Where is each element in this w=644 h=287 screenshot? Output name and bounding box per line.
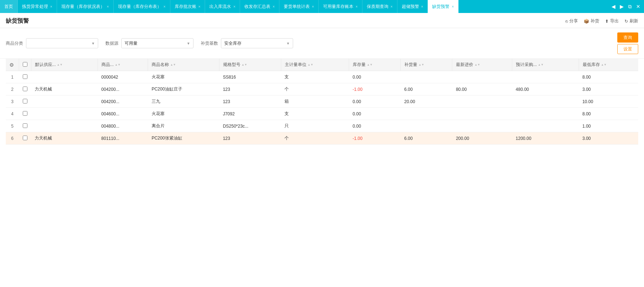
main-content: 缺货预警 ⎋分享📦补货⬆导出↻刷新 商品分类 ▼ 数据源 可用量 ▼ 补货基数 …	[0, 13, 644, 287]
nav-tab-close-8[interactable]: ×	[356, 5, 358, 9]
datasource-select[interactable]: 可用量 ▼	[121, 38, 193, 48]
nav-tab-label-4: 库存批次账	[175, 4, 196, 10]
min-stock-sort-icon[interactable]: ▲▼	[601, 63, 607, 66]
replenish-action-btn[interactable]: 📦补货	[584, 18, 599, 24]
replenish-sort-icon[interactable]: ▲▼	[418, 63, 424, 66]
code-cell-0: 0000042	[98, 71, 148, 83]
refresh-action-btn[interactable]: ↻刷新	[625, 18, 638, 24]
datasource-value: 可用量	[125, 40, 138, 47]
estimated-cell-3	[512, 108, 579, 120]
nav-tab-7[interactable]: 要货单统计表×	[279, 0, 319, 13]
row-checkbox-1[interactable]	[23, 87, 27, 91]
nav-tab-close-11[interactable]: ×	[452, 5, 454, 9]
nav-tab-10[interactable]: 超储预警×	[397, 0, 428, 13]
stock-sort-icon[interactable]: ▲▼	[367, 63, 373, 66]
table-row: 6力天机械801110...PC200张紧油缸123个-1.006.00200.…	[6, 132, 638, 145]
nav-tab-5[interactable]: 出入库流水×	[205, 0, 240, 13]
nav-tab-label-7: 要货单统计表	[284, 4, 310, 10]
unit-sort-icon[interactable]: ▲▼	[308, 63, 313, 66]
settings-button[interactable]: 设置	[617, 44, 638, 54]
estimated-sort-icon[interactable]: ▲▼	[538, 63, 544, 66]
row-checkbox-3[interactable]	[23, 111, 27, 116]
row-checkbox-0[interactable]	[23, 74, 27, 79]
category-filter-group: 商品分类 ▼	[6, 38, 98, 48]
nav-tab-label-9: 保质期查询	[367, 4, 388, 10]
nav-tab-6[interactable]: 收发存汇总表×	[240, 0, 279, 13]
estimated-cell-1: 480.00	[512, 83, 579, 96]
unit-cell-0: 支	[281, 71, 349, 83]
nav-tab-2[interactable]: 现存量（库存状况表）×	[57, 0, 114, 13]
nav-tab-close-1[interactable]: ×	[50, 5, 52, 9]
spec-sort-icon[interactable]: ▲▼	[242, 63, 247, 66]
spec-cell-1: 123	[219, 83, 281, 96]
nav-next-btn[interactable]: ▶	[618, 4, 626, 9]
unit-cell-5: 个	[281, 132, 349, 145]
nav-tab-0[interactable]: 首页	[0, 0, 18, 13]
col-product-code: 商品... ▲▼	[98, 59, 148, 71]
export-label: 导出	[610, 18, 619, 24]
min-stock-cell-1: 3.00	[579, 83, 638, 96]
nav-tab-4[interactable]: 库存批次账×	[170, 0, 205, 13]
nav-tab-9[interactable]: 保质期查询×	[362, 0, 397, 13]
select-all-checkbox[interactable]	[23, 62, 27, 67]
replenish-base-select[interactable]: 安全库存 ▼	[221, 38, 293, 48]
stock-cell-1: -1.00	[349, 83, 401, 96]
nav-tab-label-2: 现存量（库存状况表）	[61, 4, 105, 10]
category-select[interactable]: ▼	[26, 38, 98, 48]
nav-tab-close-7[interactable]: ×	[312, 5, 314, 9]
nav-tab-label-6: 收发存汇总表	[244, 4, 270, 10]
price-cell-5: 200.00	[452, 132, 512, 145]
nav-tab-11[interactable]: 缺货预警×	[428, 0, 458, 13]
nav-tab-close-5[interactable]: ×	[233, 5, 235, 9]
row-checkbox-5[interactable]	[23, 136, 27, 140]
supplier-cell-5: 力天机械	[31, 132, 98, 145]
page-header: 缺货预警 ⎋分享📦补货⬆导出↻刷新	[0, 13, 644, 28]
nav-prev-btn[interactable]: ◀	[609, 4, 618, 9]
spec-cell-4: DS250*23c...	[219, 120, 281, 132]
code-cell-4: 004800...	[98, 120, 148, 132]
filter-bar: 商品分类 ▼ 数据源 可用量 ▼ 补货基数 安全库存 ▼ 查询 设置	[0, 28, 644, 59]
nav-tab-label-3: 现存量（库存分布表）	[118, 4, 161, 10]
datasource-arrow-icon: ▼	[187, 41, 190, 45]
col-settings: ⚙	[6, 59, 19, 71]
query-button[interactable]: 查询	[617, 32, 638, 43]
stock-cell-3: 0.00	[349, 108, 401, 120]
min-stock-cell-4: 1.00	[579, 120, 638, 132]
nav-tab-1[interactable]: 拣货异常处理×	[18, 0, 57, 13]
nav-tab-close-4[interactable]: ×	[199, 5, 201, 9]
nav-restore-btn[interactable]: ⧉	[626, 4, 634, 10]
nav-close-btn[interactable]: ✕	[634, 4, 643, 9]
row-checkbox-2[interactable]	[23, 99, 27, 103]
table-row: 2力天机械004200...PC200油缸庄子123个-1.006.0080.0…	[6, 83, 638, 96]
replenish-base-filter-group: 补货基数 安全库存 ▼	[201, 38, 293, 48]
datasource-filter-group: 数据源 可用量 ▼	[105, 38, 193, 48]
replenish-cell-1: 6.00	[401, 83, 452, 96]
price-sort-icon[interactable]: ▲▼	[474, 63, 480, 66]
col-product-name: 商品名称 ▲▼	[148, 59, 219, 71]
name-cell-0: 火花塞	[148, 71, 219, 83]
nav-tab-8[interactable]: 可用量库存账本×	[319, 0, 362, 13]
row-num-4: 5	[6, 120, 19, 132]
code-sort-icon[interactable]: ▲▼	[115, 63, 121, 66]
nav-tab-label-1: 拣货异常处理	[22, 4, 48, 10]
name-sort-icon[interactable]: ▲▼	[170, 63, 176, 66]
nav-tab-close-10[interactable]: ×	[421, 5, 423, 9]
nav-tab-3[interactable]: 现存量（库存分布表）×	[114, 0, 170, 13]
export-action-btn[interactable]: ⬆导出	[605, 18, 619, 24]
nav-tab-close-9[interactable]: ×	[391, 5, 393, 9]
settings-icon[interactable]: ⚙	[9, 62, 14, 68]
filter-action-buttons: 查询 设置	[617, 32, 638, 54]
replenish-cell-2: 20.00	[401, 96, 452, 108]
row-checkbox-4[interactable]	[23, 123, 27, 128]
nav-tab-close-3[interactable]: ×	[164, 5, 166, 9]
nav-tab-close-2[interactable]: ×	[107, 5, 109, 9]
supplier-sort-icon[interactable]: ▲▼	[57, 63, 63, 66]
nav-tab-close-6[interactable]: ×	[273, 5, 275, 9]
min-stock-cell-3: 8.00	[579, 108, 638, 120]
name-cell-5: PC200张紧油缸	[148, 132, 219, 145]
price-cell-0	[452, 71, 512, 83]
code-cell-3: 004600...	[98, 108, 148, 120]
replenish-base-value: 安全库存	[224, 40, 242, 47]
share-action-btn[interactable]: ⎋分享	[565, 18, 578, 24]
table-header-row: ⚙ 默认供应... ▲▼ 商品... ▲▼	[6, 59, 638, 71]
